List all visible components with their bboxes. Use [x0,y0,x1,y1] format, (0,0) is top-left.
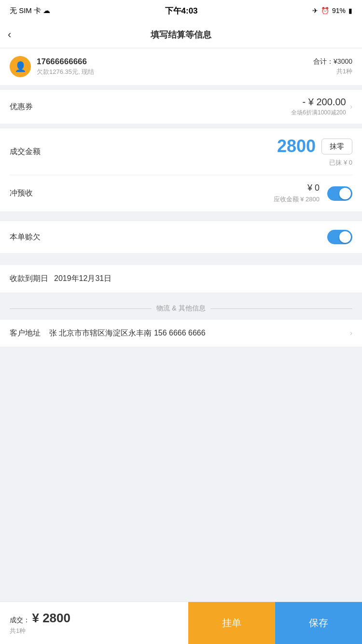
summary-amount: ¥ 2800 [32,611,70,625]
location-icon: ✈ [312,7,318,14]
coupon-chevron-icon: › [350,102,352,111]
due-date-value: 2019年12月31日 [54,274,111,284]
coupon-description: 全场6折满1000减200 [291,109,346,117]
customer-left: 👤 17666666666 欠款1276.35元, 现结 [10,56,94,77]
toggle-thumb [339,188,351,199]
trade-amount-value: 2800 [277,136,316,156]
header-line-right [210,308,352,309]
customer-right: 合计：¥3000 共1种 [313,57,352,76]
back-button[interactable]: ‹ [8,28,11,41]
round-button[interactable]: 抹零 [321,139,352,154]
battery-level: 91% [332,7,346,14]
battery-icon: ▮ [348,7,352,14]
extra-space [0,347,362,443]
customer-debt: 欠款1276.35元, 现结 [37,68,94,76]
debt-row: 本单赊欠 [0,221,362,253]
customer-phone: 17666666666 [37,57,94,67]
precollect-right: ¥ 0 应收金额 ¥ 2800 [274,183,320,204]
address-chevron-icon: › [350,329,352,337]
due-date-label: 收款到期日 [10,274,48,284]
status-bar: 无 SIM 卡 ☁ 下午4:03 ✈ ⏰ 91% ▮ [0,0,362,21]
divider-1 [0,259,362,259]
trade-amount-sub: 已抹 ¥ 0 [329,158,352,167]
bottom-bar: 成交： ¥ 2800 共1种 挂单 保存 [0,602,362,644]
hold-button[interactable]: 挂单 [188,602,275,644]
gray-separator-3 [0,293,362,297]
precollect-row: 冲预收 ¥ 0 应收金额 ¥ 2800 [10,175,352,211]
total-count: 共1种 [313,67,352,76]
status-right: ✈ ⏰ 91% ▮ [312,7,352,14]
address-label: 客户地址 [10,328,43,338]
bottom-summary: 成交： ¥ 2800 共1种 [0,611,188,635]
precollect-toggle[interactable] [327,186,352,201]
trade-amount-right: 2800 抹零 [277,136,352,156]
customer-section: 👤 17666666666 欠款1276.35元, 现结 合计：¥3000 共1… [0,48,362,85]
amount-section: 成交金额 2800 抹零 已抹 ¥ 0 冲预收 ¥ 0 应收金额 ¥ 2800 [0,128,362,211]
summary-label: 成交： [10,616,30,624]
trade-amount-row: 成交金额 2800 抹零 已抹 ¥ 0 [10,128,352,175]
debt-toggle-thumb [339,231,351,243]
address-value: 张 北京市市辖区海淀区永丰南 156 6666 6666 [49,327,350,339]
coupon-amount: - ¥ 200.00 [291,97,346,108]
alarm-icon: ⏰ [321,7,329,14]
due-date-row: 收款到期日 2019年12月31日 [0,265,362,293]
debt-label: 本单赊欠 [10,232,41,242]
debt-toggle[interactable] [327,230,352,244]
avatar: 👤 [10,56,31,77]
gray-separator-2 [0,216,362,221]
page-title: 填写结算等信息 [151,29,211,41]
coupon-label: 优惠券 [10,102,33,112]
coupon-row[interactable]: 优惠券 - ¥ 200.00 全场6折满1000减200 › [0,90,362,124]
nav-bar: ‹ 填写结算等信息 [0,21,362,48]
trade-amount-label: 成交金额 [10,147,41,157]
summary-count: 共1种 [10,627,179,635]
gray-separator-1 [0,124,362,128]
status-left: 无 SIM 卡 ☁ [10,6,50,15]
precollect-label: 冲预收 [10,188,33,198]
precollect-receivable: 应收金额 ¥ 2800 [274,195,320,204]
precollect-amount: ¥ 0 [307,183,320,193]
save-button[interactable]: 保存 [275,602,362,644]
customer-info: 17666666666 欠款1276.35元, 现结 [37,57,94,76]
total-label: 合计：¥3000 [313,57,352,66]
logistics-header-text: 物流 & 其他信息 [156,304,205,313]
address-row[interactable]: 客户地址 张 北京市市辖区海淀区永丰南 156 6666 6666 › [0,320,362,347]
header-line-left [10,308,152,309]
main-content: 👤 17666666666 欠款1276.35元, 现结 合计：¥3000 共1… [0,48,362,487]
status-time: 下午4:03 [165,5,198,16]
logistics-section-header: 物流 & 其他信息 [0,297,362,320]
sim-label: 无 SIM 卡 ☁ [10,6,50,15]
customer-row: 👤 17666666666 欠款1276.35元, 现结 合计：¥3000 共1… [10,56,352,77]
